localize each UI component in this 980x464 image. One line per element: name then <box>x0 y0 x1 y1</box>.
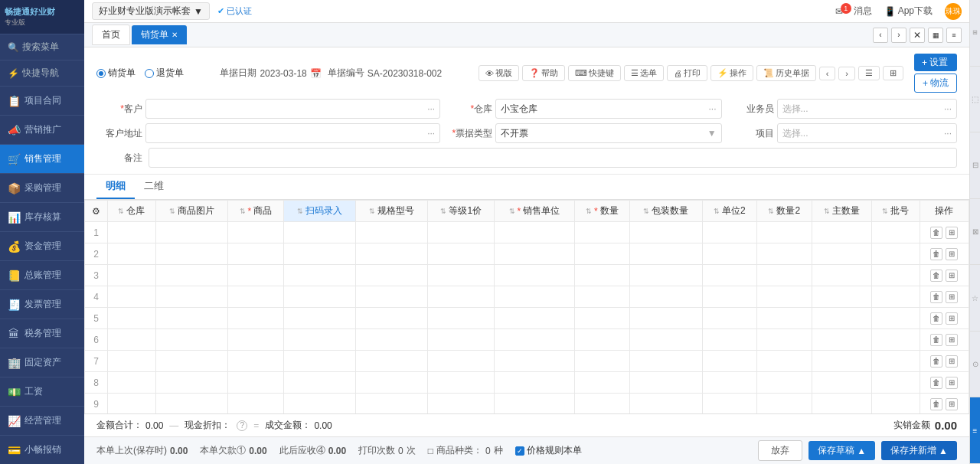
history-btn[interactable]: 📜 历史单据 <box>756 65 816 81</box>
row-product-9[interactable] <box>227 394 283 414</box>
row-warehouse-2[interactable] <box>108 243 156 265</box>
row-spec-1[interactable] <box>355 222 427 243</box>
invoice-select[interactable]: 不开票 ▼ <box>495 123 721 143</box>
row-mainqty-5[interactable] <box>812 308 871 329</box>
table-row[interactable]: 7 🗑 ⊞ <box>85 351 969 372</box>
row-copy-btn-5[interactable]: ⊞ <box>946 312 958 325</box>
row-pkg-7[interactable] <box>630 351 702 372</box>
row-scan-3[interactable] <box>283 265 355 286</box>
row-product-8[interactable] <box>227 372 283 394</box>
row-img-7[interactable] <box>155 351 227 372</box>
row-product-5[interactable] <box>227 308 283 329</box>
row-spec-5[interactable] <box>355 308 427 329</box>
th-main-qty[interactable]: ⇅主数量 <box>812 201 871 222</box>
sidebar-item-invoice[interactable]: 🧾发票管理 <box>0 290 84 319</box>
row-img-6[interactable] <box>155 329 227 351</box>
tab-list-view-btn[interactable]: ≡ <box>946 28 962 43</box>
row-unit2-7[interactable] <box>702 351 757 372</box>
row-batch-5[interactable] <box>872 308 920 329</box>
tb-list-btn[interactable]: ☰ <box>858 66 880 80</box>
row-unit2-8[interactable] <box>702 372 757 394</box>
row-unit-9[interactable] <box>495 394 574 414</box>
row-warehouse-9[interactable] <box>108 394 156 414</box>
row-scan-1[interactable] <box>283 222 355 243</box>
row-qty2-3[interactable] <box>757 265 812 286</box>
tab-sales-order[interactable]: 销货单 ✕ <box>132 25 187 44</box>
radio-return-order[interactable]: 退货单 <box>145 67 184 80</box>
row-scan-2[interactable] <box>283 243 355 265</box>
row-price-4[interactable] <box>428 286 495 308</box>
shortcut-btn[interactable]: ⌨ 快捷键 <box>568 65 621 81</box>
tb-next-btn[interactable]: › <box>838 67 855 80</box>
row-pkg-9[interactable] <box>630 394 702 414</box>
right-panel-btn-3[interactable]: ⊟ <box>970 132 980 199</box>
row-delete-btn-3[interactable]: 🗑 <box>930 270 942 282</box>
th-settings[interactable]: ⚙ <box>85 201 108 222</box>
row-scan-9[interactable] <box>283 394 355 414</box>
row-copy-btn-6[interactable]: ⊞ <box>946 334 958 346</box>
row-price-9[interactable] <box>428 394 495 414</box>
row-pkg-6[interactable] <box>630 329 702 351</box>
row-qty-5[interactable] <box>574 308 630 329</box>
row-unit2-9[interactable] <box>702 394 757 414</box>
row-unit-5[interactable] <box>495 308 574 329</box>
row-product-2[interactable] <box>227 243 283 265</box>
row-img-9[interactable] <box>155 394 227 414</box>
row-pkg-8[interactable] <box>630 372 702 394</box>
staff-input[interactable]: 选择... ··· <box>777 99 957 119</box>
row-scan-5[interactable] <box>283 308 355 329</box>
row-qty2-6[interactable] <box>757 329 812 351</box>
th-sales-unit[interactable]: ⇅*销售单位 <box>495 201 574 222</box>
row-batch-6[interactable] <box>872 329 920 351</box>
sidebar-item-salary[interactable]: 💵工资 <box>0 377 84 407</box>
row-delete-btn-2[interactable]: 🗑 <box>930 248 942 260</box>
save-new-button[interactable]: 保存并新增 ▲ <box>881 441 957 460</box>
row-qty-4[interactable] <box>574 286 630 308</box>
select-btn[interactable]: ☰ 选单 <box>624 65 664 81</box>
row-img-8[interactable] <box>155 372 227 394</box>
row-pkg-4[interactable] <box>630 286 702 308</box>
row-delete-btn-5[interactable]: 🗑 <box>930 312 942 325</box>
row-mainqty-7[interactable] <box>812 351 871 372</box>
tb-grid-btn[interactable]: ⊞ <box>883 66 903 80</box>
th-qty2[interactable]: ⇅数量2 <box>757 201 812 222</box>
row-delete-btn-8[interactable]: 🗑 <box>930 377 942 389</box>
operation-btn[interactable]: ⚡ 操作 <box>710 65 753 81</box>
row-mainqty-9[interactable] <box>812 394 871 414</box>
th-batch[interactable]: ⇅批号 <box>872 201 920 222</box>
row-qty2-7[interactable] <box>757 351 812 372</box>
date-input[interactable]: 2023-03-18 📅 <box>260 68 321 79</box>
row-img-5[interactable] <box>155 308 227 329</box>
row-unit-7[interactable] <box>495 351 574 372</box>
th-warehouse[interactable]: ⇅仓库 <box>108 201 156 222</box>
th-pkg-qty[interactable]: ⇅包装数量 <box>630 201 702 222</box>
row-delete-btn-1[interactable]: 🗑 <box>930 227 942 239</box>
row-price-5[interactable] <box>428 308 495 329</box>
row-qty-6[interactable] <box>574 329 630 351</box>
th-price1[interactable]: ⇅等级1价 <box>428 201 495 222</box>
table-row[interactable]: 4 🗑 ⊞ <box>85 286 969 308</box>
warehouse-more-icon[interactable]: ··· <box>709 103 717 114</box>
tab-2d[interactable]: 二维 <box>135 175 173 199</box>
right-panel-btn-1[interactable]: ⊞ <box>970 0 980 67</box>
row-price-2[interactable] <box>428 243 495 265</box>
row-copy-btn-9[interactable]: ⊞ <box>946 398 958 410</box>
setting-button[interactable]: + 设置 <box>914 54 957 71</box>
row-qty-8[interactable] <box>574 372 630 394</box>
row-qty-3[interactable] <box>574 265 630 286</box>
tab-detail[interactable]: 明细 <box>96 175 135 199</box>
row-unit2-1[interactable] <box>702 222 757 243</box>
row-batch-4[interactable] <box>872 286 920 308</box>
row-img-2[interactable] <box>155 243 227 265</box>
row-scan-8[interactable] <box>283 372 355 394</box>
th-product[interactable]: ⇅*商品 <box>227 201 283 222</box>
row-spec-9[interactable] <box>355 394 427 414</box>
row-unit-4[interactable] <box>495 286 574 308</box>
sidebar-item-project[interactable]: 📋项目合同 <box>0 87 84 116</box>
row-pkg-2[interactable] <box>630 243 702 265</box>
staff-more-icon[interactable]: ··· <box>944 103 952 114</box>
user-avatar-btn[interactable]: 珠珠 <box>945 3 962 20</box>
row-mainqty-3[interactable] <box>812 265 871 286</box>
sidebar-item-management[interactable]: 📈经营管理 <box>0 407 84 436</box>
row-qty-9[interactable] <box>574 394 630 414</box>
